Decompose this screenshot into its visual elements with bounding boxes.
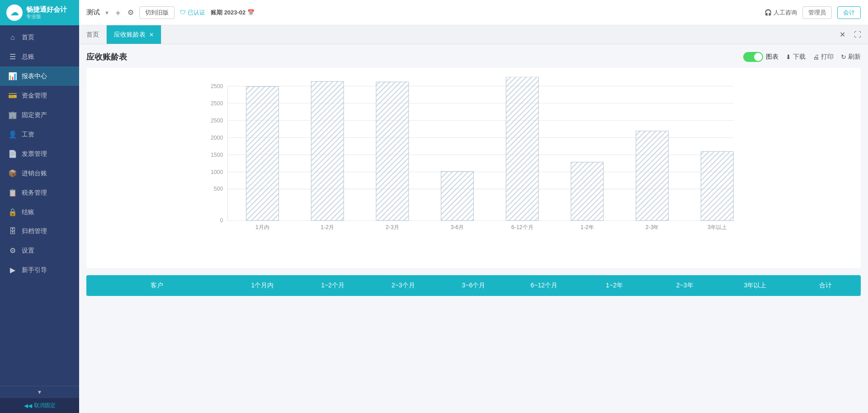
tax-icon: 📋	[8, 188, 17, 197]
sidebar-item-funds[interactable]: 💳资金管理	[0, 86, 79, 105]
invoice-icon: 📄	[8, 150, 17, 158]
svg-text:3-6月: 3-6月	[451, 224, 464, 230]
sidebar-item-reports[interactable]: 📊报表中心	[0, 66, 79, 86]
sidebar-label-settings: 设置	[22, 247, 34, 255]
logo-sub-title: 专业版	[26, 14, 67, 19]
table-header: 客户1个月内1~2个月2~3个月3~6个月6~12个月1~2年2~3年3年以上合…	[86, 275, 861, 296]
sidebar-item-tax[interactable]: 📋税务管理	[0, 183, 79, 202]
table-col-5: 6~12个月	[509, 275, 579, 296]
table-col-3: 2~3个月	[368, 275, 439, 296]
table-col-1: 1个月内	[227, 275, 297, 296]
tab-ar-aging-close[interactable]: ✕	[149, 32, 154, 38]
sidebar-nav: ⌂首页☰总账📊报表中心💳资金管理🏢固定资产👤工资📄发票管理📦进销台账📋税务管理🔒…	[0, 25, 79, 386]
sidebar-label-trade: 进销台账	[22, 169, 47, 178]
sidebar-unpin-btn[interactable]: ◀◀ 取消固定	[0, 398, 79, 413]
page-header: 应收账龄表 图表 ⬇ 下载 🖨 打印 ↻ 刷新	[86, 52, 861, 62]
sidebar-item-ledger[interactable]: ☰总账	[0, 47, 79, 66]
sidebar-label-reports: 报表中心	[22, 72, 47, 80]
sidebar-item-home[interactable]: ⌂首页	[0, 28, 79, 47]
tab-close-all-button[interactable]: ✕	[835, 28, 849, 42]
svg-text:1月内: 1月内	[255, 224, 269, 230]
table-col-6: 1~2年	[579, 275, 650, 296]
topbar-dropdown-icon[interactable]: ▾	[105, 9, 108, 16]
topbar: 测试 ▾ ＋ ⚙ 切到旧版 🛡 已认证 账期 2023-02 📅 🎧 人工咨询 …	[79, 0, 868, 25]
sidebar-item-invoice[interactable]: 📄发票管理	[0, 144, 79, 164]
bar-1-2y	[571, 162, 604, 221]
sidebar-label-guide: 新手引导	[22, 266, 47, 274]
chart-toggle[interactable]	[743, 52, 763, 62]
svg-text:1500: 1500	[211, 152, 223, 158]
user-button[interactable]: 管理员	[802, 6, 832, 19]
tab-expand-button[interactable]: ⛶	[851, 28, 864, 42]
accountant-button[interactable]: 会计	[837, 6, 861, 19]
page-title: 应收账龄表	[86, 52, 127, 62]
svg-text:2-3年: 2-3年	[646, 224, 659, 230]
tab-home-label: 首页	[86, 31, 99, 39]
sidebar-label-archive: 归档管理	[22, 227, 47, 235]
close-icon: 🔒	[8, 208, 17, 216]
chart-container: 2500 2500 2500 2000 1500 1000 500 0 1月内	[86, 68, 861, 268]
sidebar-label-assets: 固定资产	[22, 111, 47, 119]
svg-text:1000: 1000	[211, 169, 223, 175]
svg-text:3年以上: 3年以上	[708, 224, 727, 230]
svg-text:2500: 2500	[211, 100, 223, 107]
main-area: 测试 ▾ ＋ ⚙ 切到旧版 🛡 已认证 账期 2023-02 📅 🎧 人工咨询 …	[79, 0, 868, 413]
topbar-add-button[interactable]: ＋	[114, 7, 122, 18]
sidebar-item-settings[interactable]: ⚙设置	[0, 241, 79, 260]
svg-text:0: 0	[220, 217, 223, 224]
sidebar-label-home: 首页	[22, 33, 34, 42]
bar-2-3m	[376, 82, 409, 221]
sidebar-label-tax: 税务管理	[22, 189, 47, 197]
svg-text:2-3月: 2-3月	[386, 224, 399, 230]
consult-button[interactable]: 🎧 人工咨询	[764, 9, 797, 17]
bar-2-3y	[636, 131, 669, 221]
sidebar-item-close[interactable]: 🔒结账	[0, 202, 79, 222]
switch-version-button[interactable]: 切到旧版	[139, 6, 175, 19]
tab-ar-aging[interactable]: 应收账龄表 ✕	[107, 25, 161, 44]
svg-text:2000: 2000	[211, 135, 223, 141]
sidebar-scroll-down[interactable]: ▼	[0, 386, 79, 398]
sidebar: ☁ 畅捷通好会计 专业版 ⌂首页☰总账📊报表中心💳资金管理🏢固定资产👤工资📄发票…	[0, 0, 79, 413]
sidebar-item-archive[interactable]: 🗄归档管理	[0, 222, 79, 241]
sidebar-item-assets[interactable]: 🏢固定资产	[0, 105, 79, 125]
sidebar-item-trade[interactable]: 📦进销台账	[0, 164, 79, 183]
funds-icon: 💳	[8, 91, 17, 100]
refresh-icon: ↻	[841, 53, 846, 61]
sidebar-label-invoice: 发票管理	[22, 150, 47, 158]
tab-ar-aging-label: 应收账龄表	[114, 31, 146, 39]
topbar-title: 测试	[86, 8, 100, 17]
trade-icon: 📦	[8, 169, 17, 178]
refresh-button[interactable]: ↻ 刷新	[841, 53, 861, 61]
calendar-icon[interactable]: 📅	[247, 9, 255, 16]
ledger-icon: ☰	[8, 52, 17, 61]
table-col-7: 2~3年	[650, 275, 720, 296]
settings-icon: ⚙	[8, 246, 17, 255]
bar-1-2m	[311, 81, 344, 221]
bar-chart: 2500 2500 2500 2000 1500 1000 500 0 1月内	[100, 77, 847, 253]
topbar-settings-button[interactable]: ⚙	[127, 8, 134, 17]
archive-icon: 🗄	[8, 227, 17, 235]
shield-icon: 🛡	[180, 9, 186, 16]
accounting-period: 账期 2023-02 📅	[211, 9, 255, 17]
page-actions: 图表 ⬇ 下载 🖨 打印 ↻ 刷新	[743, 52, 861, 62]
assets-icon: 🏢	[8, 111, 17, 119]
sidebar-label-funds: 资金管理	[22, 92, 47, 100]
sidebar-item-payroll[interactable]: 👤工资	[0, 125, 79, 144]
download-icon: ⬇	[786, 53, 791, 61]
logo-main-title: 畅捷通好会计	[26, 5, 67, 14]
svg-text:1-2月: 1-2月	[321, 224, 334, 230]
print-button[interactable]: 🖨 打印	[813, 53, 834, 61]
svg-text:1-2年: 1-2年	[580, 224, 594, 230]
table-col-8: 3年以上	[720, 275, 791, 296]
home-icon: ⌂	[8, 33, 17, 42]
svg-text:2500: 2500	[211, 83, 223, 89]
svg-text:6-12个月: 6-12个月	[511, 224, 533, 230]
svg-text:2500: 2500	[211, 117, 223, 124]
svg-text:500: 500	[214, 186, 223, 192]
download-button[interactable]: ⬇ 下载	[786, 53, 806, 61]
bar-6-12m	[506, 77, 538, 221]
logo-icon: ☁	[6, 5, 23, 21]
tab-home[interactable]: 首页	[79, 25, 107, 44]
headset-icon: 🎧	[764, 9, 772, 16]
sidebar-item-guide[interactable]: ▶新手引导	[0, 260, 79, 280]
